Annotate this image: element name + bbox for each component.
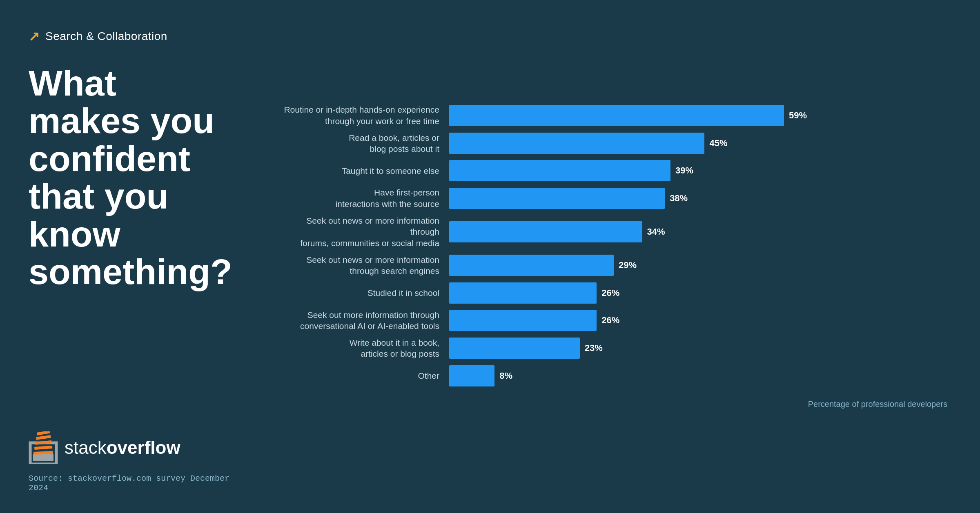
chart-row: Read a book, articles orblog posts about… [278,132,947,155]
so-logo-icon [29,431,58,464]
bar-label: Read a book, articles orblog posts about… [278,132,449,155]
chart-row: Seek out more information throughconvers… [278,309,947,332]
bar [449,255,614,276]
svg-rect-1 [33,454,53,461]
bar-value: 34% [647,227,665,237]
bar-label: Seek out news or more information throug… [278,215,449,249]
bar-wrapper: 38% [449,188,947,209]
svg-rect-3 [34,446,52,450]
chart-row: Other8% [278,365,947,386]
category-tag: ↗ Search & Collaboration [29,29,233,44]
bar [449,338,580,359]
bar-wrapper: 23% [449,338,947,359]
bar-value: 26% [601,315,619,326]
chart-row: Seek out news or more information throug… [278,215,947,249]
bar [449,133,704,154]
chart-row: Taught it to someone else39% [278,160,947,181]
bar-label: Taught it to someone else [278,165,449,176]
svg-rect-6 [37,431,50,435]
bar-label: Seek out news or more informationthrough… [278,254,449,277]
bar [449,221,642,242]
bar-value: 45% [709,138,727,149]
bar [449,160,670,181]
bar-wrapper: 59% [449,105,947,126]
bar-value: 8% [499,371,512,381]
bar-label: Seek out more information throughconvers… [278,309,449,332]
so-logo-text: stackoverflow [65,437,180,458]
source-text: Source: stackoverflow.com survey Decembe… [29,474,233,493]
bar [449,365,494,386]
category-label: Search & Collaboration [45,30,167,43]
chart-row: Routine or in-depth hands-on experiencet… [278,104,947,127]
chart-row: Have first-personinteractions with the s… [278,187,947,209]
bar-label: Studied it in school [278,287,449,298]
bar-wrapper: 45% [449,133,947,154]
main-title: What makes you confident that you know s… [29,64,233,291]
svg-rect-5 [36,435,51,440]
bar-label: Have first-personinteractions with the s… [278,187,449,209]
chart-row: Write about it in a book,articles or blo… [278,337,947,360]
bar [449,105,784,126]
bar-label: Other [278,370,449,381]
chart-row: Seek out news or more informationthrough… [278,254,947,277]
bar-wrapper: 26% [449,282,947,304]
bar-value: 29% [619,260,637,271]
bar [449,310,597,331]
bar-label: Write about it in a book,articles or blo… [278,337,449,360]
bar-wrapper: 34% [449,221,947,242]
chart-container: Routine or in-depth hands-on experiencet… [278,104,947,392]
trend-icon: ↗ [29,29,40,44]
bar [449,282,597,304]
bar-value: 38% [670,193,688,204]
bar-value: 39% [675,165,693,176]
bottom-section: stackoverflow Source: stackoverflow.com … [29,431,233,493]
bar-value: 59% [789,110,807,121]
chart-footer: Percentage of professional developers [278,400,947,409]
bar-wrapper: 8% [449,365,947,386]
bar-label: Routine or in-depth hands-on experiencet… [278,104,449,127]
bar-value: 26% [601,288,619,298]
bar-value: 23% [585,343,603,353]
bar-wrapper: 26% [449,310,947,331]
left-panel: ↗ Search & Collaboration What makes you … [0,0,253,513]
stackoverflow-logo: stackoverflow [29,431,233,464]
bar-wrapper: 29% [449,255,947,276]
top-section: ↗ Search & Collaboration What makes you … [29,29,233,307]
bar [449,188,665,209]
chart-row: Studied it in school26% [278,282,947,304]
right-panel: Routine or in-depth hands-on experiencet… [253,0,980,513]
bar-wrapper: 39% [449,160,947,181]
